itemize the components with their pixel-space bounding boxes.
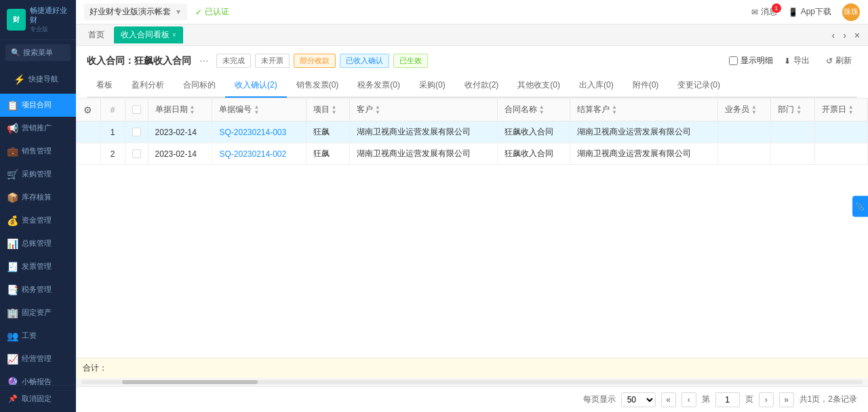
search-icon: 🔍 [11, 48, 20, 57]
sub-tab-attachment[interactable]: 附件(0) [623, 74, 669, 98]
sub-tab-tax-invoice[interactable]: 税务发票(0) [348, 74, 410, 98]
search-area: 🔍 搜索菜单 [0, 40, 76, 65]
horizontal-scrollbar[interactable] [76, 378, 868, 386]
manage-icon: 📈 [7, 354, 18, 364]
page-prefix: 第 [702, 394, 710, 405]
nav-icon: ⚡ [14, 74, 24, 85]
open-date-sort[interactable]: ▲▼ [848, 105, 854, 115]
sub-tab-sales-invoice[interactable]: 销售发票(0) [287, 74, 349, 98]
status-badges: 未完成 未开票 部分收款 已收入确认 已生效 [216, 54, 428, 68]
export-button[interactable]: ⬇ 导出 [778, 53, 815, 69]
sub-tab-change-log[interactable]: 变更记录(0) [668, 74, 730, 98]
settle-sort[interactable]: ▲▼ [612, 105, 617, 115]
td-settle-1: 湖南卫视商业运营发展有限公司 [570, 121, 718, 143]
tab-bar: 首页 收入合同看板 × ‹ › × [76, 24, 868, 46]
tab-income-contract[interactable]: 收入合同看板 × [114, 26, 183, 43]
search-menu-button[interactable]: 🔍 搜索菜单 [5, 44, 71, 61]
row-checkbox-1[interactable] [132, 128, 141, 136]
more-button[interactable]: ··· [199, 55, 208, 67]
user-avatar[interactable]: 珠珠 [842, 3, 860, 21]
sidebar-item-report[interactable]: 🔮 小畅报告 [0, 371, 76, 385]
pagination-first[interactable]: « [661, 392, 676, 407]
sidebar-item-finance[interactable]: 💰 资金管理 [0, 209, 76, 232]
td-checkbox-1 [125, 121, 148, 143]
sidebar-quick-nav[interactable]: ⚡ 快捷导航 [7, 68, 69, 91]
sub-tab-purchase[interactable]: 采购(0) [410, 74, 455, 98]
marketing-icon: 📢 [7, 123, 18, 134]
sub-tab-other-income[interactable]: 其他收支(0) [508, 74, 570, 98]
settings-gear-icon[interactable]: ⚙ [83, 105, 92, 115]
sidebar-item-hr[interactable]: 👥 工资 [0, 324, 76, 348]
company-name: 好业财专业版演示帐套 [90, 6, 171, 18]
dept-sort[interactable]: ▲▼ [796, 105, 802, 115]
topbar: 好业财专业版演示帐套 ▼ ✓ 已认证 ✉ 消息 1 📱 App下载 珠珠 [76, 0, 868, 24]
doc-link-2[interactable]: SQ-20230214-002 [219, 149, 286, 159]
sub-tab-income-confirm[interactable]: 收入确认(2) [225, 74, 287, 98]
pagination-last[interactable]: » [779, 392, 794, 407]
show-detail-input[interactable] [729, 56, 738, 65]
status-incomplete[interactable]: 未完成 [216, 54, 251, 68]
sidebar-item-invoice[interactable]: 🧾 发票管理 [0, 255, 76, 278]
customer-sort[interactable]: ▲▼ [375, 105, 380, 115]
inventory-icon: 📦 [7, 192, 18, 203]
td-contract-2: 狂飙收入合同 [497, 143, 570, 165]
show-detail-checkbox[interactable]: 显示明细 [729, 55, 773, 67]
sub-tab-payment[interactable]: 收付款(2) [455, 74, 509, 98]
refresh-button[interactable]: ↺ 刷新 [821, 53, 857, 69]
message-button[interactable]: ✉ 消息 1 [751, 6, 777, 18]
tab-nav-prev[interactable]: ‹ [829, 29, 837, 42]
pagination-prev[interactable]: ‹ [682, 392, 696, 407]
project-sort[interactable]: ▲▼ [332, 105, 337, 115]
contract-sort[interactable]: ▲▼ [539, 105, 545, 115]
sidebar-item-inventory[interactable]: 📦 库存核算 [0, 186, 76, 209]
scrollbar-thumb[interactable] [122, 380, 258, 384]
hr-label: 工资 [22, 331, 37, 341]
td-seq-2: 2 [100, 143, 125, 165]
sub-tab-contract-std[interactable]: 合同标的 [174, 74, 225, 98]
row-checkbox-2[interactable] [132, 149, 141, 158]
sidebar-pin-toggle[interactable]: 📌 取消固定 [5, 390, 71, 408]
table-row[interactable]: 1 2023-02-14 SQ-20230214-003 狂飙 湖南卫视商业运营… [76, 121, 868, 143]
status-effective[interactable]: 已生效 [393, 54, 428, 68]
sidebar-item-tax[interactable]: 📑 税务管理 [0, 278, 76, 301]
company-dropdown-icon: ▼ [175, 8, 182, 16]
right-panel-button[interactable]: 📎 附件 [852, 195, 868, 217]
per-page-select[interactable]: 50 100 200 [621, 392, 656, 407]
tab-nav-next[interactable]: › [840, 29, 849, 42]
select-all-checkbox[interactable] [132, 105, 141, 114]
sidebar-item-marketing[interactable]: 📢 营销推广 [0, 117, 76, 140]
number-sort[interactable]: ▲▼ [254, 105, 259, 115]
sidebar: 财 畅捷通好业财 专业版 🔍 搜索菜单 ⚡ 快捷导航 📋 项目合同 📢 营销推广… [0, 0, 76, 412]
app-download-button[interactable]: 📱 App下载 [788, 6, 831, 18]
table-wrapper[interactable]: ⚙ # 单据日期▲▼ 单据编号▲▼ [76, 98, 868, 358]
sidebar-item-general[interactable]: 📊 总账管理 [0, 232, 76, 255]
sidebar-item-manage[interactable]: 📈 经营管理 [0, 348, 76, 371]
company-selector[interactable]: 好业财专业版演示帐套 ▼ [84, 3, 187, 20]
tab-nav-close[interactable]: × [852, 29, 863, 42]
tab-home[interactable]: 首页 [81, 26, 111, 43]
logo-sub: 专业版 [30, 25, 69, 34]
sidebar-item-purchase[interactable]: 🛒 采购管理 [0, 163, 76, 186]
status-partial[interactable]: 部分收款 [294, 54, 336, 68]
doc-link-1[interactable]: SQ-20230214-003 [219, 128, 286, 137]
tab-close-icon[interactable]: × [172, 31, 176, 39]
sidebar-item-sales[interactable]: 💼 销售管理 [0, 140, 76, 163]
general-label: 总账管理 [22, 238, 52, 248]
general-icon: 📊 [7, 238, 18, 249]
sidebar-item-project[interactable]: 📋 项目合同 [0, 94, 76, 117]
td-open-date-2 [814, 143, 867, 165]
status-uninvoiced[interactable]: 未开票 [255, 54, 290, 68]
date-sort[interactable]: ▲▼ [190, 105, 195, 115]
status-confirmed[interactable]: 已收入确认 [340, 54, 389, 68]
salesperson-sort[interactable]: ▲▼ [751, 105, 757, 115]
page-input[interactable] [715, 392, 740, 407]
sidebar-item-assets[interactable]: 🏢 固定资产 [0, 301, 76, 324]
pagination-next[interactable]: › [759, 392, 774, 407]
sub-tab-inout[interactable]: 出入库(0) [570, 74, 623, 98]
manage-label: 经营管理 [22, 354, 52, 364]
sub-tab-profit[interactable]: 盈利分析 [122, 74, 174, 98]
assets-label: 固定资产 [22, 307, 52, 318]
table-row[interactable]: 2 2023-02-14 SQ-20230214-002 狂飙 湖南卫视商业运营… [76, 143, 868, 165]
td-number-2: SQ-20230214-002 [212, 143, 306, 165]
sub-tab-kanban[interactable]: 看板 [87, 74, 122, 98]
